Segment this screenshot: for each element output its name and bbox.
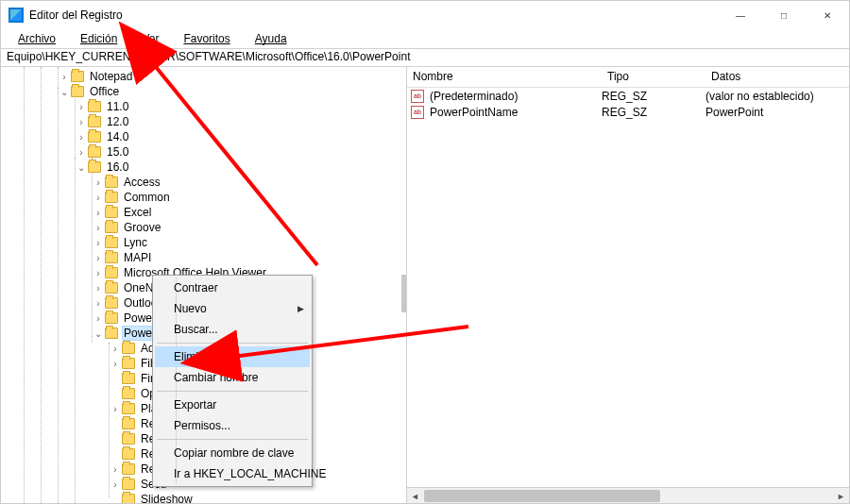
tree-item-16[interactable]: ⌄16.0	[1, 160, 406, 175]
menu-edicion[interactable]: Edición	[69, 31, 128, 46]
context-menu[interactable]: Contraer Nuevo▶ Buscar... Eliminar Cambi…	[152, 275, 313, 487]
ctx-nuevo[interactable]: Nuevo▶	[155, 298, 310, 319]
registry-editor-window: Editor del Registro — □ ✕ Archivo Edició…	[0, 0, 850, 504]
ctx-separator	[157, 439, 308, 440]
ctx-cambiar-nombre[interactable]: Cambiar nombre	[155, 367, 310, 388]
tree-item-access[interactable]: ›Access	[1, 175, 406, 190]
tree-item-12[interactable]: ›12.0	[1, 114, 406, 129]
scroll-right-icon[interactable]: ►	[833, 488, 849, 503]
ctx-buscar[interactable]: Buscar...	[155, 319, 310, 340]
titlebar[interactable]: Editor del Registro — □ ✕	[1, 1, 849, 29]
values-header[interactable]: Nombre Tipo Datos	[407, 67, 849, 88]
close-button[interactable]: ✕	[806, 1, 849, 29]
ctx-permisos[interactable]: Permisos...	[155, 415, 310, 436]
submenu-arrow-icon: ▶	[298, 304, 304, 313]
maximize-button[interactable]: □	[762, 1, 806, 29]
minimize-button[interactable]: —	[719, 1, 762, 29]
tree-item-notepad[interactable]: ›Notepad	[1, 69, 406, 84]
col-header-data[interactable]: Datos	[706, 67, 849, 87]
menu-ver[interactable]: Ver	[130, 31, 170, 46]
ctx-contraer[interactable]: Contraer	[155, 277, 310, 298]
address-bar[interactable]: Equipo\HKEY_CURRENT_USER\SOFTWARE\Micros…	[1, 48, 849, 67]
value-row[interactable]: ab (Predeterminado) REG_SZ (valor no est…	[407, 88, 849, 104]
window-title: Editor del Registro	[29, 8, 123, 22]
regedit-icon	[8, 8, 24, 23]
window-controls: — □ ✕	[719, 1, 849, 29]
col-header-type[interactable]: Tipo	[602, 67, 706, 87]
col-header-name[interactable]: Nombre	[407, 67, 602, 87]
menubar: Archivo Edición Ver Favoritos Ayuda	[1, 29, 849, 48]
string-value-icon: ab	[411, 106, 424, 119]
ctx-separator	[157, 391, 308, 392]
string-value-icon: ab	[411, 90, 424, 103]
tree-item-15[interactable]: ›15.0	[1, 144, 406, 160]
tree-item-slideshow[interactable]: Slideshow	[1, 492, 406, 503]
tree-item-excel[interactable]: ›Excel	[1, 205, 406, 220]
menu-archivo[interactable]: Archivo	[7, 31, 67, 46]
scroll-left-icon[interactable]: ◄	[407, 488, 423, 503]
tree-item-office[interactable]: ⌄Office	[1, 84, 406, 99]
tree-item-lync[interactable]: ›Lync	[1, 235, 406, 250]
horizontal-scrollbar[interactable]: ◄ ►	[407, 487, 849, 503]
ctx-eliminar[interactable]: Eliminar	[155, 346, 310, 367]
menu-favoritos[interactable]: Favoritos	[172, 31, 241, 46]
tree-item-common[interactable]: ›Common	[1, 190, 406, 205]
scroll-thumb[interactable]	[424, 490, 660, 502]
ctx-copiar-nombre[interactable]: Copiar nombre de clave	[155, 443, 310, 463]
tree-item-11[interactable]: ›11.0	[1, 99, 406, 114]
tree-item-14[interactable]: ›14.0	[1, 129, 406, 144]
tree-item-mapi[interactable]: ›MAPI	[1, 250, 406, 265]
menu-ayuda[interactable]: Ayuda	[244, 31, 298, 46]
ctx-ir-a-hklm[interactable]: Ir a HKEY_LOCAL_MACHINE	[155, 463, 310, 484]
values-pane[interactable]: Nombre Tipo Datos ab (Predeterminado) RE…	[407, 67, 849, 503]
tree-item-groove[interactable]: ›Groove	[1, 220, 406, 235]
ctx-separator	[157, 343, 308, 344]
value-row[interactable]: ab PowerPointName REG_SZ PowerPoint	[407, 104, 849, 120]
ctx-exportar[interactable]: Exportar	[155, 395, 310, 415]
